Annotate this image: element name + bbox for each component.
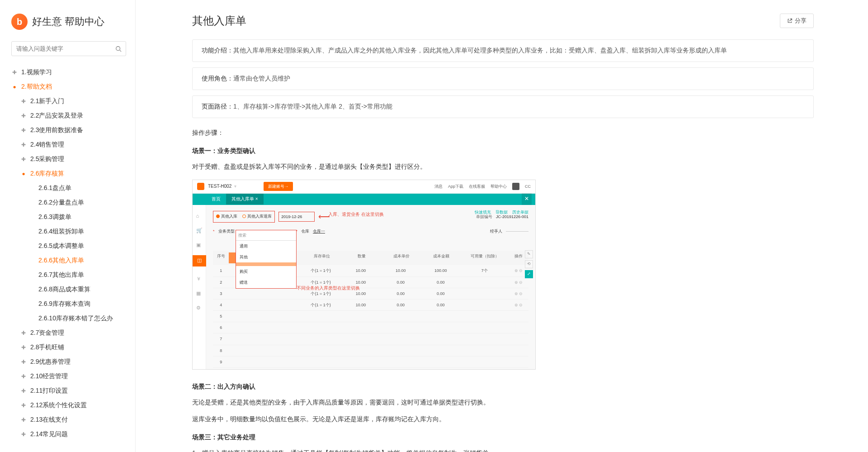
nav-2-14[interactable]: ✚2.14常见问题 <box>11 427 126 442</box>
scene2-text1: 无论是受赠，还是其他类型的业务，由于入库商品质量等原因，需要退回，这时可通过单据… <box>192 397 814 408</box>
minus-icon: ● <box>20 171 27 177</box>
nav-2-3[interactable]: ✚2.3使用前数据准备 <box>11 123 126 138</box>
table-row: 9 <box>213 357 528 368</box>
search-box <box>11 41 126 56</box>
nav-2-6-6[interactable]: 2.6.6其他入库单 <box>11 253 126 268</box>
content: 操作步骤： 场景一：业务类型确认 对于受赠、盘盈或是拆装入库等不同的业务，是通过… <box>192 127 814 452</box>
nav-2-12[interactable]: ✚2.12系统个性化设置 <box>11 398 126 413</box>
plus-icon: ✚ <box>20 344 27 351</box>
nav-2-11[interactable]: ✚2.11打印设置 <box>11 384 126 398</box>
box-icon: ▣ <box>196 241 203 247</box>
scene2-text2: 退库业务中，明细数量均以负值红色展示。无论是入库还是退库，库存账均记在入库方向。 <box>192 414 814 425</box>
ss-tab-current: 其他入库单 × <box>226 194 264 205</box>
radio-checked-icon <box>216 214 220 218</box>
ss-link-chat: 在线客服 <box>469 183 485 190</box>
scene2-title: 场景二：出入方向确认 <box>192 381 814 392</box>
tool-icon: ⟲ <box>525 260 533 268</box>
nav-2-6[interactable]: ●2.6库存核算 <box>11 167 126 181</box>
nav-2-6-7[interactable]: 2.6.7其他出库单 <box>11 268 126 282</box>
svg-line-1 <box>120 50 122 52</box>
plus-icon: ✚ <box>11 69 18 76</box>
tool-icon: ✎ <box>525 250 533 258</box>
plus-icon: ✚ <box>20 113 27 119</box>
nav-2-6-10[interactable]: 2.6.10库存账本错了怎么办 <box>11 311 126 326</box>
main-content: 其他入库单 分享 功能介绍：其他入库单用来处理除采购入库、产成品入库之外的其他入… <box>136 0 868 452</box>
role-label: 使用角色： <box>202 75 233 82</box>
ss-link-app: App下载 <box>448 183 463 190</box>
minus-icon: ● <box>11 84 18 90</box>
plus-icon: ✚ <box>20 388 27 394</box>
table-row: 8 <box>213 345 528 357</box>
ss-topbar: TEST-H002 ▾ 新建账号→ 消息 App下载 在线客服 帮助中心 CC <box>193 180 535 194</box>
nav-2-13[interactable]: ✚2.13在线支付 <box>11 413 126 427</box>
table-row: 10 <box>213 368 528 370</box>
ss-link-help: 帮助中心 <box>491 183 507 190</box>
path-box: 页面路径：1、库存核算->库存管理->其他入库单 2、首页->常用功能 <box>192 95 814 118</box>
embedded-screenshot: TEST-H002 ▾ 新建账号→ 消息 App下载 在线客服 帮助中心 CC … <box>192 180 536 370</box>
nav-help-docs[interactable]: ●2.帮助文档 <box>11 80 126 94</box>
nav-2-6-2[interactable]: 2.6.2分量盘点单 <box>11 195 126 210</box>
nav-2-7[interactable]: ✚2.7资金管理 <box>11 326 126 340</box>
intro-label: 功能介绍： <box>202 47 233 54</box>
plus-icon: ✚ <box>20 373 27 380</box>
ss-top-right: 消息 App下载 在线客服 帮助中心 CC <box>434 183 531 190</box>
share-button[interactable]: 分享 <box>780 14 814 28</box>
nav-2-4[interactable]: ✚2.4销售管理 <box>11 138 126 152</box>
list-item: 赠送 <box>236 277 296 288</box>
ss-date: 2019-12-26 <box>278 212 315 222</box>
nav-2-6-9[interactable]: 2.6.9库存账本查询 <box>11 297 126 311</box>
warehouse-icon: ◫ <box>193 255 206 266</box>
ss-annotation-1: 入库、退货业务 在这里切换 <box>328 210 384 219</box>
scene1-title: 场景一：业务类型确认 <box>192 145 814 157</box>
scene1-text: 对于受赠、盘盈或是拆装入库等不同的业务，是通过单据头【业务类型】进行区分。 <box>192 161 814 172</box>
nav-tree: ✚1.视频学习 ●2.帮助文档 ✚2.1新手入门 ✚2.2产品安装及登录 ✚2.… <box>11 65 126 442</box>
close-icon: ✕ <box>522 193 532 205</box>
table-row: 6 <box>213 322 528 333</box>
nav-video[interactable]: ✚1.视频学习 <box>11 65 126 80</box>
radio-icon <box>242 214 246 218</box>
nav-2-6-5[interactable]: 2.6.5成本调整单 <box>11 239 126 253</box>
table-row: 5 <box>213 311 528 322</box>
nav-2-10[interactable]: ✚2.10经营管理 <box>11 369 126 384</box>
ss-agent-label: 经手人 <box>490 228 502 235</box>
logo-icon: b <box>11 14 28 30</box>
search-icon[interactable] <box>115 46 122 52</box>
path-label: 页面路径： <box>202 103 233 110</box>
steps-label: 操作步骤： <box>192 127 814 138</box>
page-title: 其他入库单 <box>192 14 246 28</box>
search-input[interactable] <box>11 41 126 56</box>
cart-icon: 🛒 <box>196 226 203 233</box>
plus-icon: ✚ <box>20 330 27 336</box>
tool-icon: ⤢ <box>525 270 533 278</box>
nav-2-6-8[interactable]: 2.6.8商品成本重算 <box>11 282 126 297</box>
nav-2-8[interactable]: ✚2.8手机旺铺 <box>11 340 126 355</box>
nav-2-9[interactable]: ✚2.9优惠券管理 <box>11 355 126 369</box>
ss-dropdown-search: 搜索 <box>236 230 296 241</box>
share-icon <box>787 18 793 24</box>
nav-2-2[interactable]: ✚2.2产品安装及登录 <box>11 109 126 123</box>
share-label: 分享 <box>795 17 807 25</box>
nav-2-6-1[interactable]: 2.6.1盘点单 <box>11 181 126 195</box>
plus-icon: ✚ <box>20 142 27 148</box>
ss-annotation-2: 不同业务的入库类型在这里切换 <box>297 284 360 292</box>
money-icon: ￥ <box>196 275 203 281</box>
logo: b 好生意 帮助中心 <box>11 14 126 30</box>
nav-2-6-3[interactable]: 2.6.3调拨单 <box>11 210 126 224</box>
ss-logo-icon <box>197 183 204 190</box>
table-row: 7 <box>213 333 528 345</box>
ss-right-tools: ✎ ⟲ ⤢ <box>525 250 533 278</box>
list-item: 通用 <box>236 241 296 252</box>
nav-2-6-4[interactable]: 2.6.4组装拆卸单 <box>11 224 126 239</box>
nav-2-5[interactable]: ✚2.5采购管理 <box>11 152 126 167</box>
ss-toolbar-links: 快速填充 导数据 历史单据 <box>475 209 528 216</box>
ss-user: CC <box>525 183 531 190</box>
sidebar: b 好生意 帮助中心 ✚1.视频学习 ●2.帮助文档 ✚2.1新手入门 ✚2.2… <box>0 0 136 452</box>
ss-left-nav: ⌂ 🛒 ▣ ◫ ￥ ▦ ⚙ <box>193 205 206 369</box>
ss-link-msg: 消息 <box>434 183 443 190</box>
path-text: 1、库存核算->库存管理->其他入库单 2、首页->常用功能 <box>233 103 392 110</box>
table-row: 3个(1 = 1个)10.000.000.00⊕ ⊖ <box>213 288 528 300</box>
chevron-down-icon: ▾ <box>234 182 236 190</box>
ss-radio-group: 其他入库 其他入库退库 <box>213 211 275 223</box>
nav-2-1[interactable]: ✚2.1新手入门 <box>11 94 126 109</box>
list-item <box>236 262 296 266</box>
